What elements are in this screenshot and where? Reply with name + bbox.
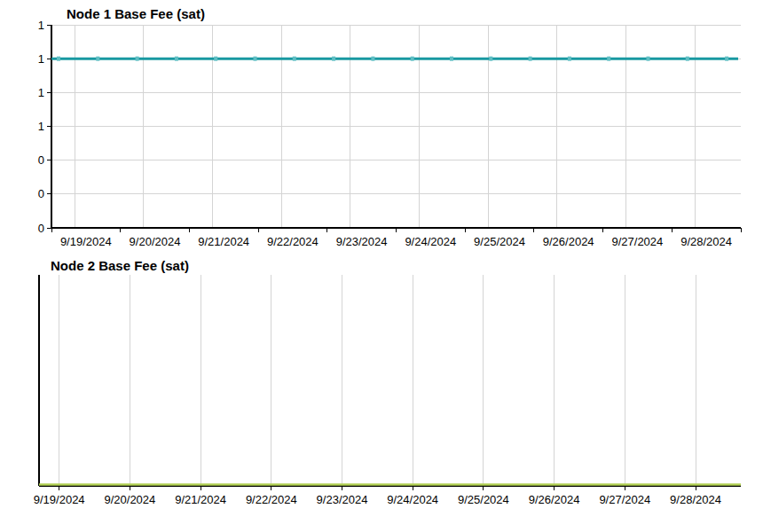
- node1-base-fee-chart: Node 1 Base Fee (sat) 11110009/19/20249/…: [0, 0, 763, 253]
- data-point-marker: [725, 57, 728, 61]
- y-tick-label: 1: [38, 19, 44, 32]
- x-tick-label: 9/28/2024: [680, 235, 732, 248]
- y-tick-label: 1: [38, 86, 44, 99]
- x-tick-label: 9/21/2024: [175, 493, 226, 506]
- x-tick-label: 9/25/2024: [474, 235, 525, 248]
- x-tick-label: 9/24/2024: [387, 493, 438, 506]
- x-tick-label: 9/25/2024: [458, 493, 509, 506]
- data-point-marker: [136, 57, 139, 61]
- node1-plot-area: 11110009/19/20249/20/20249/21/20249/22/2…: [0, 0, 763, 253]
- x-tick-label: 9/22/2024: [267, 235, 319, 248]
- data-point-marker: [293, 57, 296, 61]
- node2-plot-area: 9/19/20249/20/20249/21/20249/22/20249/23…: [0, 253, 763, 532]
- data-point-marker: [332, 57, 335, 61]
- data-point-marker: [686, 57, 689, 61]
- x-tick-label: 9/20/2024: [130, 235, 181, 248]
- node2-base-fee-chart: Node 2 Base Fee (sat) 9/19/20249/20/2024…: [0, 253, 763, 532]
- data-point-marker: [607, 57, 610, 61]
- data-point-marker: [529, 57, 532, 61]
- y-tick-label: 0: [38, 187, 44, 200]
- x-tick-label: 9/24/2024: [405, 235, 456, 248]
- x-tick-label: 9/27/2024: [599, 493, 650, 506]
- data-point-marker: [57, 57, 60, 61]
- base-fee-report: Node 1 Base Fee (sat) 11110009/19/20249/…: [0, 0, 763, 532]
- x-tick-label: 9/22/2024: [246, 493, 297, 506]
- x-tick-label: 9/26/2024: [529, 493, 580, 506]
- data-point-marker: [175, 57, 178, 61]
- data-point-marker: [214, 57, 217, 61]
- data-point-marker: [411, 57, 414, 61]
- x-tick-label: 9/19/2024: [34, 493, 85, 506]
- x-tick-label: 9/20/2024: [104, 493, 155, 506]
- data-point-marker: [96, 57, 99, 61]
- x-tick-label: 9/27/2024: [611, 235, 663, 248]
- x-tick-label: 9/19/2024: [60, 235, 112, 248]
- data-point-marker: [568, 57, 571, 61]
- y-tick-label: 0: [38, 153, 44, 167]
- data-point-marker: [254, 57, 257, 61]
- x-tick-label: 9/26/2024: [543, 235, 594, 248]
- data-point-marker: [647, 57, 650, 61]
- data-point-marker: [489, 57, 492, 61]
- y-tick-label: 0: [38, 222, 44, 235]
- data-point-marker: [450, 57, 453, 61]
- x-tick-label: 9/23/2024: [317, 493, 368, 506]
- x-tick-label: 9/23/2024: [336, 235, 388, 248]
- x-tick-label: 9/21/2024: [198, 235, 249, 248]
- x-tick-label: 9/28/2024: [670, 493, 721, 506]
- y-tick-label: 1: [38, 52, 44, 66]
- y-tick-label: 1: [38, 120, 44, 133]
- data-point-marker: [371, 57, 374, 61]
